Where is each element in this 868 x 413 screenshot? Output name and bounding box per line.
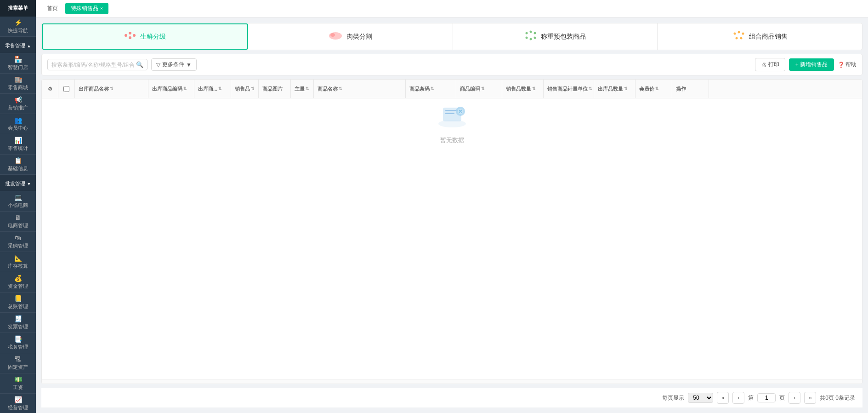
sidebar-item-basicinfo[interactable]: 📋 基础信息 (0, 155, 36, 175)
sidebar-item-label: 零售商城 (8, 84, 28, 91)
sidebar-item-purchase[interactable]: 🛍 采购管理 (0, 232, 36, 252)
svg-point-7 (529, 31, 532, 33)
th-check[interactable] (58, 80, 75, 98)
add-button[interactable]: + 新增销售品 (789, 58, 834, 71)
sort-icon[interactable]: ⇅ (218, 86, 222, 91)
sidebar-logo[interactable]: 搜索菜单 (0, 0, 36, 17)
sort-icon[interactable]: ⇅ (251, 86, 255, 91)
tab-combo[interactable]: 组合商品销售 (658, 23, 862, 50)
sidebar-item-invoice[interactable]: 🧾 发票管理 (0, 313, 36, 333)
inventory-icon: 📐 (14, 254, 22, 262)
page-input[interactable] (757, 393, 776, 402)
svg-point-6 (525, 32, 528, 34)
th-goodscode: 商品编码 ⇅ (456, 80, 502, 98)
sort-icon[interactable]: ⇅ (532, 86, 536, 91)
sidebar-item-marketing[interactable]: 📢 营销推广 (0, 94, 36, 114)
tab-weigh[interactable]: 称重预包装商品 (453, 23, 658, 50)
close-tab-icon[interactable]: × (100, 6, 103, 11)
sidebar-item-inventory[interactable]: 📐 库存核算 (0, 252, 36, 272)
sort-icon[interactable]: ⇅ (110, 86, 113, 91)
sidebar-item-smartstore[interactable]: 🏪 智慧门店 (0, 53, 36, 74)
sidebar-item-ecommerce[interactable]: 🖥 电商管理 (0, 212, 36, 232)
horizontal-scrollbar[interactable] (42, 379, 862, 384)
filter-button[interactable]: ▽ 更多条件 ▼ (151, 58, 197, 71)
svg-rect-20 (445, 113, 454, 114)
prev-page-button[interactable]: ‹ (732, 392, 744, 404)
chevron-down-icon: ▲ (27, 44, 31, 48)
sidebar-group-wholesale[interactable]: 批发管理 ▼ (0, 175, 36, 191)
data-table: ⚙ 出库商品名称 ⇅ 出库商品编码 ⇅ 出库商... ⇅ (41, 79, 862, 384)
sidebar-item-label: 税务管理 (8, 344, 28, 350)
last-page-button[interactable]: » (804, 392, 816, 404)
toolbar-left: 🔍 ▽ 更多条件 ▼ (47, 58, 197, 71)
sort-icon[interactable]: ⇅ (589, 86, 592, 91)
th-settings[interactable]: ⚙ (42, 80, 58, 98)
empty-text: 暂无数据 (440, 136, 464, 144)
finance-icon: 💰 (14, 275, 22, 282)
next-page-button[interactable]: › (789, 392, 800, 404)
sort-icon[interactable]: ⇅ (431, 86, 434, 91)
th-img: 商品图片 (259, 80, 291, 98)
sidebar-item-retailmall[interactable]: 🏬 零售商城 (0, 74, 36, 94)
sidebar-group-retail[interactable]: 零售管理 ▲ (0, 37, 36, 53)
sidebar-item-fixedasset[interactable]: 🏗 固定资产 (0, 353, 36, 373)
tab-fresh-label: 生鲜分级 (140, 33, 166, 41)
search-input[interactable] (51, 62, 134, 68)
chevron-down-icon2: ▼ (27, 182, 31, 186)
fixedasset-icon: 🏗 (15, 356, 21, 363)
tab-fresh[interactable]: 生鲜分级 (42, 23, 248, 50)
sort-icon[interactable]: ⇅ (339, 86, 342, 91)
tab-weigh-label: 称重预包装商品 (541, 33, 586, 41)
sort-icon[interactable]: ⇅ (306, 86, 309, 91)
main-content: 首页 特殊销售品 × 生鲜分级 (36, 0, 868, 413)
sort-icon[interactable]: ⇅ (481, 86, 485, 91)
empty-state: 暂无数据 (42, 98, 862, 144)
salary-icon: 💵 (14, 376, 22, 383)
sort-icon[interactable]: ⇅ (655, 86, 659, 91)
sidebar-item-bizmanage[interactable]: 📈 经营管理 (0, 394, 36, 413)
sidebar-item-label: 采购管理 (8, 242, 28, 249)
th-outqty: 出库品数量 ⇅ (594, 80, 635, 98)
select-all-checkbox[interactable] (63, 86, 69, 92)
filter-label: 更多条件 (162, 61, 184, 69)
sidebar-item-salary[interactable]: 💵 工资 (0, 373, 36, 394)
sort-icon[interactable]: ⇅ (183, 86, 187, 91)
th-sale: 销售品 ⇅ (231, 80, 259, 98)
topbar: 首页 特殊销售品 × (36, 0, 868, 17)
add-label: + 新增销售品 (795, 61, 828, 69)
sidebar-item-label: 库存核算 (8, 263, 28, 270)
help-icon: ❓ (838, 62, 845, 68)
help-button[interactable]: ❓ 帮助 (838, 61, 857, 69)
sidebar-item-label: 基础信息 (8, 165, 28, 172)
svg-point-13 (738, 31, 740, 34)
sidebar-item-ledger[interactable]: 📒 总账管理 (0, 293, 36, 313)
th-saleqty: 销售品数量 ⇅ (502, 80, 544, 98)
first-page-button[interactable]: « (717, 392, 729, 404)
sidebar-item-quicknav[interactable]: ⚡ 快捷导航 (0, 17, 36, 37)
home-tab[interactable]: 首页 (43, 5, 62, 12)
svg-point-3 (129, 36, 131, 39)
member-icon: 👥 (14, 116, 22, 124)
sidebar-item-label: 固定资产 (8, 364, 28, 371)
print-button[interactable]: 🖨 打印 (755, 58, 785, 71)
weigh-icon (524, 30, 537, 43)
active-tab[interactable]: 特殊销售品 × (65, 3, 108, 14)
th-outspec: 出库商... ⇅ (194, 80, 231, 98)
ledger-icon: 📒 (14, 295, 22, 302)
sidebar-item-tax[interactable]: 📑 税务管理 (0, 333, 36, 353)
total-label: 共0页 0条记录 (820, 394, 855, 402)
th-outcode: 出库商品编码 ⇅ (148, 80, 194, 98)
quicknav-icon: ⚡ (14, 19, 22, 26)
filter-icon: ▽ (156, 62, 160, 68)
sidebar-item-finance[interactable]: 💰 资金管理 (0, 272, 36, 293)
sort-icon[interactable]: ⇅ (624, 86, 628, 91)
combo-icon (732, 30, 745, 43)
per-page-select[interactable]: 10 20 50 100 (688, 393, 713, 403)
sidebar-item-xiaochang[interactable]: 💻 小畅电商 (0, 191, 36, 212)
invoice-icon: 🧾 (14, 315, 22, 322)
sidebar-item-member[interactable]: 👥 会员中心 (0, 114, 36, 134)
sidebar-item-retailstat[interactable]: 📊 零售统计 (0, 134, 36, 155)
print-icon: 🖨 (761, 62, 766, 68)
tab-meat[interactable]: 肉类分割 (248, 23, 453, 50)
page-label: 第 (748, 394, 754, 402)
